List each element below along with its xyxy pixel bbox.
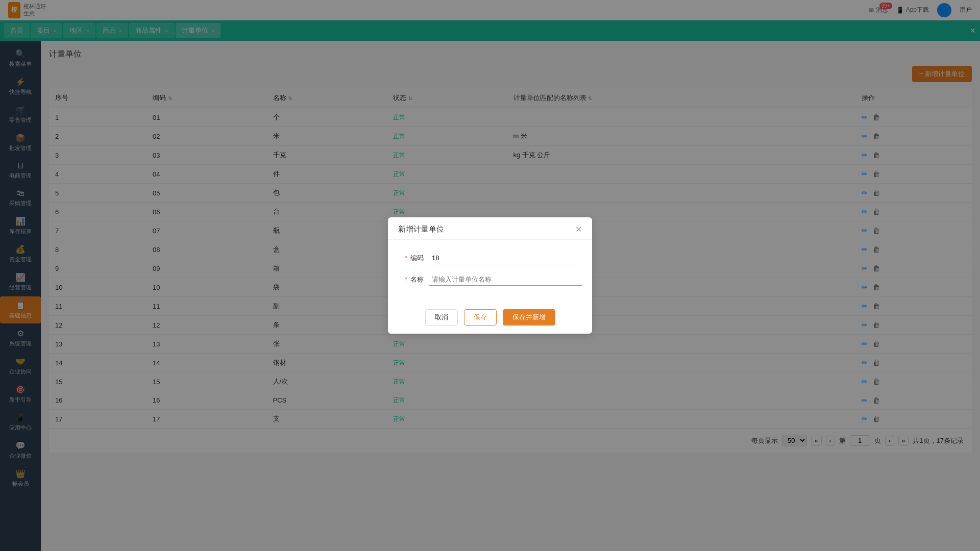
name-input[interactable] (429, 273, 582, 286)
save-button[interactable]: 保存 (464, 309, 497, 325)
name-required-mark: * (405, 276, 407, 283)
modal-close-button[interactable]: ✕ (575, 224, 582, 234)
name-label: * 名称 (398, 275, 424, 284)
save-and-new-button[interactable]: 保存并新增 (503, 309, 555, 325)
modal-body: * 编码 * 名称 (388, 240, 592, 303)
add-unit-modal: 新增计量单位 ✕ * 编码 * 名称 取消 保存 保存并新增 (388, 217, 592, 334)
code-required-mark: * (405, 254, 407, 262)
modal-footer: 取消 保存 保存并新增 (388, 303, 592, 334)
modal-header: 新增计量单位 ✕ (388, 217, 592, 240)
modal-title: 新增计量单位 (398, 224, 444, 234)
form-item-name: * 名称 (398, 273, 582, 286)
form-item-code: * 编码 (398, 252, 582, 264)
cancel-button[interactable]: 取消 (425, 309, 458, 325)
code-label: * 编码 (398, 254, 424, 263)
code-input[interactable] (429, 252, 582, 264)
